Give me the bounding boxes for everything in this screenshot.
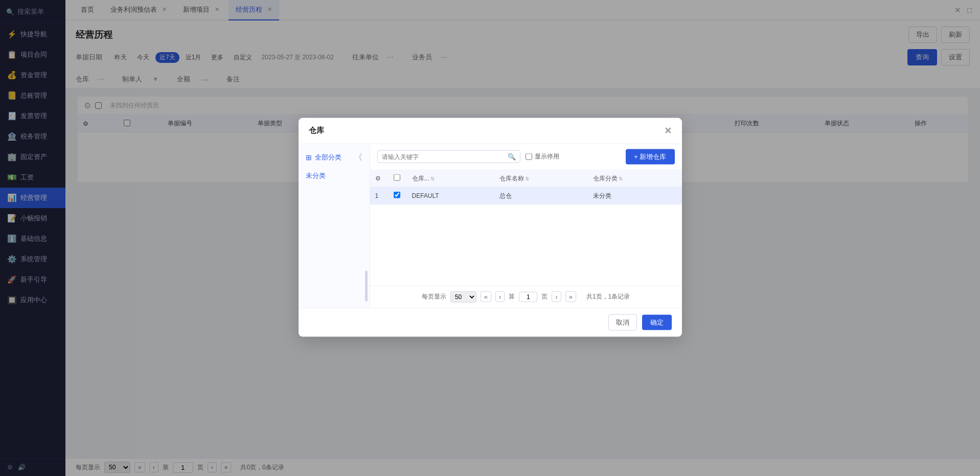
- modal-body: ⊞ 全部分类 《 未分类 🔍 显示停用: [299, 144, 682, 307]
- modal-th-checkbox: [389, 170, 407, 187]
- modal-calc-label: 算: [509, 292, 515, 301]
- table-row[interactable]: 1 DEFAULT 总仓 未分类: [370, 187, 682, 205]
- modal-per-page-label: 每页显示: [422, 292, 446, 301]
- modal-close-button[interactable]: ✕: [664, 125, 672, 136]
- add-warehouse-button[interactable]: + 新增仓库: [626, 149, 674, 164]
- row-category: 未分类: [588, 187, 681, 205]
- modal-title: 仓库: [309, 126, 324, 135]
- modal-th-category[interactable]: 仓库分类⇅: [588, 170, 681, 187]
- modal-th-settings-icon[interactable]: ⚙: [375, 175, 381, 182]
- modal-page-input[interactable]: [519, 291, 537, 302]
- modal-first-btn[interactable]: «: [481, 291, 491, 302]
- row-checkbox-cell: [389, 187, 407, 205]
- modal-search-input[interactable]: [382, 153, 505, 160]
- modal-per-page-select[interactable]: 50 100: [450, 291, 476, 302]
- confirm-button[interactable]: 确定: [642, 314, 672, 330]
- left-scrollbar[interactable]: [365, 270, 368, 301]
- row-name: 总仓: [494, 187, 588, 205]
- modal-th-settings: ⚙: [370, 170, 389, 187]
- modal-select-all[interactable]: [394, 174, 400, 181]
- modal-last-btn[interactable]: »: [565, 291, 576, 302]
- show-disabled-checkbox[interactable]: [526, 153, 532, 160]
- uncategorized-label: 未分类: [306, 171, 326, 179]
- row-code: DEFAULT: [407, 187, 495, 205]
- modal-toolbar: 🔍 显示停用 + 新增仓库: [370, 144, 682, 170]
- search-icon: 🔍: [508, 153, 516, 161]
- modal-search-box: 🔍: [377, 150, 520, 163]
- row-checkbox[interactable]: [394, 192, 400, 198]
- modal-prev-btn[interactable]: ‹: [495, 291, 505, 302]
- modal-pagination: 每页显示 50 100 « ‹ 算 页 › » 共1页，1条记录: [370, 285, 682, 307]
- modal-left-panel: ⊞ 全部分类 《 未分类: [299, 144, 370, 307]
- modal-header: 仓库 ✕: [299, 118, 682, 144]
- modal-right-panel: 🔍 显示停用 + 新增仓库 ⚙: [370, 144, 682, 307]
- uncategorized-item[interactable]: 未分类: [299, 167, 370, 184]
- all-category-row[interactable]: ⊞ 全部分类 《: [299, 148, 370, 167]
- show-disabled-label: 显示停用: [535, 152, 559, 161]
- row-index: 1: [370, 187, 389, 205]
- modal-next-btn[interactable]: ›: [552, 291, 561, 302]
- cancel-button[interactable]: 取消: [608, 314, 637, 330]
- modal-th-code[interactable]: 仓库...⇅: [407, 170, 495, 187]
- modal-th-name[interactable]: 仓库名称⇅: [494, 170, 588, 187]
- show-disabled-checkbox-label[interactable]: 显示停用: [526, 152, 559, 161]
- modal-total-info: 共1页，1条记录: [586, 292, 630, 301]
- warehouse-modal: 仓库 ✕ ⊞ 全部分类 《 未分类 🔍: [299, 118, 682, 336]
- all-category-label: 全部分类: [315, 153, 341, 162]
- warehouse-table: ⚙ 仓库...⇅ 仓库名称⇅: [370, 170, 682, 205]
- modal-page-suffix: 页: [541, 292, 548, 301]
- modal-footer: 取消 确定: [299, 307, 682, 336]
- modal-table: ⚙ 仓库...⇅ 仓库名称⇅: [370, 170, 682, 285]
- grid-icon: ⊞: [306, 153, 312, 162]
- collapse-button[interactable]: 《: [354, 152, 362, 163]
